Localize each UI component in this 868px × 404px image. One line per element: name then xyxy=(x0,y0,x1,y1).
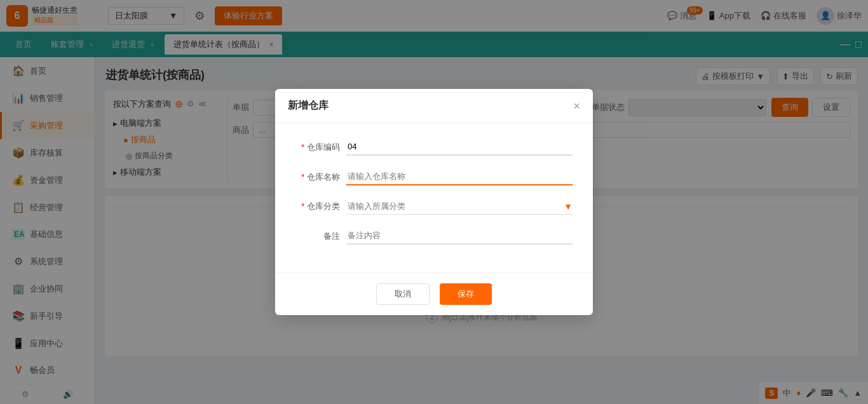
cancel-button[interactable]: 取消 xyxy=(376,283,430,305)
category-label: 仓库分类 xyxy=(295,201,346,212)
category-chevron-icon: ▼ xyxy=(564,201,573,212)
save-button[interactable]: 保存 xyxy=(440,283,492,305)
new-warehouse-dialog: 新增仓库 × 仓库编码 仓库名称 仓库分类 ▼ xyxy=(275,89,593,315)
note-input[interactable] xyxy=(346,227,573,245)
dialog-overlay[interactable]: 新增仓库 × 仓库编码 仓库名称 仓库分类 ▼ xyxy=(0,0,868,404)
category-input[interactable] xyxy=(346,198,564,214)
form-item-code: 仓库编码 xyxy=(295,138,573,156)
name-label: 仓库名称 xyxy=(295,172,346,183)
dialog-close-button[interactable]: × xyxy=(573,100,580,112)
category-select-wrapper[interactable]: ▼ xyxy=(346,198,573,215)
form-item-category: 仓库分类 ▼ xyxy=(295,198,573,215)
dialog-body: 仓库编码 仓库名称 仓库分类 ▼ 备注 xyxy=(275,123,593,273)
dialog-footer: 取消 保存 xyxy=(275,273,593,315)
form-item-name: 仓库名称 xyxy=(295,168,573,185)
code-label: 仓库编码 xyxy=(295,142,346,153)
name-input[interactable] xyxy=(346,168,573,185)
dialog-header: 新增仓库 × xyxy=(275,89,593,123)
form-item-note: 备注 xyxy=(295,227,573,245)
note-label: 备注 xyxy=(295,231,346,242)
dialog-title: 新增仓库 xyxy=(288,99,329,112)
code-input[interactable] xyxy=(346,138,573,156)
